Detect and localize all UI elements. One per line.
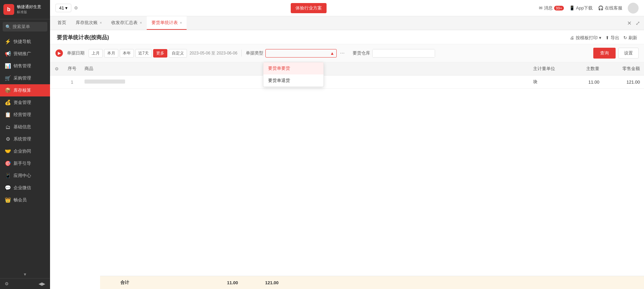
sidebar-item-inventory[interactable]: 📦 库存核算 bbox=[0, 84, 50, 96]
sidebar-scroll-down[interactable]: ▼ bbox=[0, 271, 50, 278]
store-selector[interactable]: 41 ▾ bbox=[55, 4, 71, 12]
download-icon: 📱 bbox=[569, 5, 575, 10]
logo-sub: 标准版 bbox=[17, 10, 41, 15]
export-icon: ⬆ bbox=[605, 35, 609, 40]
app-download-label: App下载 bbox=[576, 5, 593, 11]
guide-icon: 🎯 bbox=[5, 160, 11, 166]
sidebar-item-system[interactable]: ⚙ 系统管理 bbox=[0, 133, 50, 145]
sidebar-item-finance[interactable]: 💰 资金管理 bbox=[0, 96, 50, 109]
sidebar-item-label: 资金管理 bbox=[14, 99, 31, 106]
tab-summary-close[interactable]: × bbox=[140, 21, 142, 25]
sidebar-item-member[interactable]: 👑 畅会员 bbox=[0, 194, 50, 206]
table-footer: 合计 11.00 121.00 bbox=[100, 276, 644, 289]
search-menu-btn[interactable]: 🔍 搜索菜单 bbox=[3, 22, 47, 31]
store-name: 41 bbox=[59, 5, 64, 10]
settings-icon[interactable]: ⚙ bbox=[5, 281, 9, 286]
sidebar-bottom: ⚙ ◀▶ bbox=[0, 278, 50, 289]
refresh-label: 刷新 bbox=[628, 35, 637, 41]
sidebar-item-label: 库存核算 bbox=[14, 87, 31, 93]
operations-icon: 📋 bbox=[5, 112, 11, 118]
data-table: ⚙ 序号 商品 主计量单位 主数量 零售金额 1 bbox=[50, 62, 644, 89]
date-last-month-btn[interactable]: 上月 bbox=[89, 49, 103, 58]
date-this-month-btn[interactable]: 本月 bbox=[104, 49, 118, 58]
collapse-icon[interactable]: ◀▶ bbox=[39, 281, 45, 286]
tab-requisition[interactable]: 要货单统计表 × bbox=[147, 16, 187, 30]
tab-home-label: 首页 bbox=[57, 20, 66, 26]
order-type-input[interactable] bbox=[266, 49, 328, 57]
sidebar-item-label: 销售管理 bbox=[14, 63, 31, 69]
finance-icon: 💰 bbox=[5, 99, 11, 106]
dropdown-item-order-goods[interactable]: 要货单要货 bbox=[263, 62, 324, 74]
sidebar-item-base[interactable]: 🗂 基础信息 bbox=[0, 121, 50, 133]
print-btn[interactable]: 🖨 按模板打印 ▾ bbox=[570, 35, 601, 41]
sidebar-item-marketing[interactable]: 📢 营销推广 bbox=[0, 48, 50, 60]
date-7days-btn[interactable]: 近7天 bbox=[135, 49, 152, 58]
tab-expand-icon[interactable]: ⤢ bbox=[634, 19, 641, 28]
tab-batch-label: 库存批次账 bbox=[76, 20, 98, 26]
tab-summary[interactable]: 收发存汇总表 × bbox=[106, 16, 146, 30]
sidebar-item-label: 采购管理 bbox=[14, 75, 31, 81]
date-this-year-btn[interactable]: 本年 bbox=[120, 49, 134, 58]
sidebar-item-sales[interactable]: 📊 销售管理 bbox=[0, 60, 50, 72]
th-amount: 零售金额 bbox=[603, 62, 644, 75]
td-qty: 11.00 bbox=[563, 75, 603, 89]
messages-btn[interactable]: ✉ 消息 99+ bbox=[539, 5, 564, 11]
sidebar-item-enterprise[interactable]: 🤝 企业协同 bbox=[0, 145, 50, 157]
sidebar-item-label: 新手引导 bbox=[14, 160, 31, 166]
online-service-btn[interactable]: 🎧 在线客服 bbox=[598, 5, 622, 11]
refresh-btn[interactable]: ↻ 刷新 bbox=[623, 35, 637, 41]
sidebar-item-purchase[interactable]: 🛒 采购管理 bbox=[0, 72, 50, 84]
order-type-filter: 单据类型 ▲ ··· bbox=[246, 49, 346, 58]
chevron-down-icon: ▾ bbox=[65, 5, 68, 10]
sidebar-item-operations[interactable]: 📋 经营管理 bbox=[0, 109, 50, 121]
sidebar-item-label: 应用中心 bbox=[14, 173, 31, 179]
print-icon: 🖨 bbox=[570, 35, 574, 40]
sidebar-item-apps[interactable]: 📱 应用中心 bbox=[0, 170, 50, 182]
wechat-icon: 💬 bbox=[5, 185, 11, 191]
filter-expand-btn[interactable]: ▶ bbox=[55, 49, 63, 57]
tab-requisition-close[interactable]: × bbox=[180, 21, 182, 25]
logo-icon: b bbox=[3, 4, 14, 15]
filter-divider-1 bbox=[241, 50, 242, 57]
sidebar-item-shortcut[interactable]: ⚡ 快捷导航 bbox=[0, 36, 50, 48]
date-more-btn[interactable]: 更多 bbox=[153, 49, 167, 58]
print-label: 按模板打印 bbox=[576, 35, 598, 41]
date-range-display: 2023-05-06 至 2023-06-06 bbox=[190, 50, 237, 56]
user-avatar[interactable] bbox=[628, 3, 639, 14]
trial-button[interactable]: 体验行业方案 bbox=[291, 3, 327, 13]
warehouse-filter: 要货仓库 bbox=[353, 49, 435, 58]
order-type-more-btn[interactable]: ··· bbox=[339, 50, 346, 56]
settings-icon[interactable]: ⚙ bbox=[74, 5, 78, 10]
sidebar-item-wechat[interactable]: 💬 企业微信 bbox=[0, 182, 50, 194]
query-button[interactable]: 查询 bbox=[593, 48, 616, 59]
tab-bar: 首页 库存批次账 × 收发存汇总表 × 要货单统计表 × ✕ ⤢ bbox=[50, 16, 644, 30]
tab-close-all-icon[interactable]: ✕ bbox=[626, 19, 633, 28]
dropdown-item-order-return[interactable]: 要货单退货 bbox=[263, 74, 324, 87]
app-download-btn[interactable]: 📱 App下载 bbox=[569, 5, 593, 11]
export-btn[interactable]: ⬆ 导出 bbox=[605, 35, 619, 41]
page-actions: 🖨 按模板打印 ▾ ⬆ 导出 ↻ 刷新 bbox=[570, 35, 637, 41]
sidebar-item-label: 经营管理 bbox=[14, 112, 31, 118]
tab-home[interactable]: 首页 bbox=[53, 16, 71, 30]
order-type-select-wrapper: ▲ bbox=[265, 49, 337, 58]
refresh-icon: ↻ bbox=[623, 35, 627, 40]
column-settings-icon[interactable]: ⚙ bbox=[55, 66, 59, 71]
filter-bar: ▶ 单据日期 上月 本月 本年 近7天 更多 自定义 2023-05-06 至 … bbox=[50, 44, 644, 62]
service-icon: 🎧 bbox=[598, 5, 603, 10]
date-custom-btn[interactable]: 自定义 bbox=[169, 49, 187, 58]
order-type-arrow[interactable]: ▲ bbox=[328, 51, 336, 56]
footer-qty: 11.00 bbox=[201, 280, 242, 285]
warehouse-input[interactable] bbox=[373, 49, 435, 57]
tab-bar-actions: ✕ ⤢ bbox=[626, 19, 641, 28]
warehouse-input-wrapper bbox=[372, 49, 435, 58]
app-logo: b 畅捷通好生意 标准版 bbox=[0, 0, 50, 19]
sidebar-item-guide[interactable]: 🎯 新手引导 bbox=[0, 157, 50, 170]
page-content: 要货单统计表(按商品) 🖨 按模板打印 ▾ ⬆ 导出 ↻ 刷新 ▶ bbox=[50, 30, 644, 289]
tab-batch[interactable]: 库存批次账 × bbox=[71, 16, 106, 30]
th-settings[interactable]: ⚙ bbox=[50, 62, 64, 75]
export-label: 导出 bbox=[611, 35, 619, 41]
tab-batch-close[interactable]: × bbox=[100, 21, 102, 25]
settings-button[interactable]: 设置 bbox=[618, 48, 639, 59]
data-table-container: ⚙ 序号 商品 主计量单位 主数量 零售金额 1 bbox=[50, 62, 644, 89]
sidebar-item-label: 快捷导航 bbox=[14, 39, 31, 45]
